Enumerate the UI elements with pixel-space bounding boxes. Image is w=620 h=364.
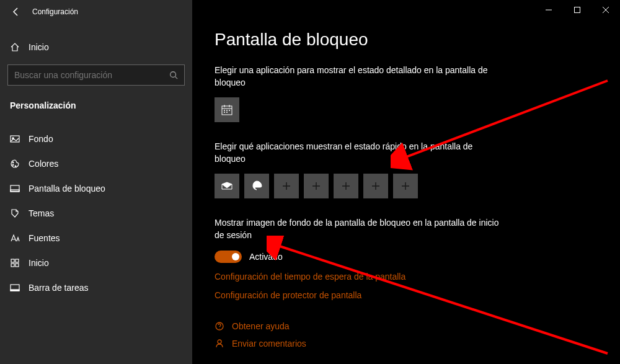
nav-item-fondo[interactable]: Fondo: [0, 127, 192, 151]
back-button[interactable]: [5, 1, 27, 23]
window-controls: [534, 0, 620, 20]
help-get[interactable]: Obtener ayuda: [215, 321, 598, 331]
plus-icon: [311, 181, 321, 191]
quick-app-mail[interactable]: [215, 174, 239, 198]
quick-apps-label: Elegir qué aplicaciones muestran el esta…: [215, 141, 500, 165]
titlebar: Configuración: [0, 0, 192, 24]
link-timeout[interactable]: Configuración del tiempo de espera de la…: [215, 272, 598, 282]
svg-point-4: [12, 164, 14, 166]
content-area: Pantalla de bloqueo Elegir una aplicació…: [192, 0, 620, 364]
help-feedback[interactable]: Enviar comentarios: [215, 339, 598, 348]
quick-app-add-2[interactable]: [304, 174, 329, 198]
nav-list: Fondo Colores Pantalla de bloqueo Temas …: [0, 127, 192, 300]
svg-rect-8: [11, 259, 14, 262]
plus-icon: [371, 181, 381, 191]
toggle-state: Activado: [249, 252, 283, 262]
svg-point-0: [170, 72, 176, 78]
svg-rect-7: [11, 190, 19, 192]
mail-icon: [221, 180, 233, 192]
quick-app-add-5[interactable]: [393, 174, 418, 198]
quick-app-add-4[interactable]: [363, 174, 388, 198]
detailed-app-section: Elegir una aplicación para mostrar el es…: [215, 64, 598, 122]
link-screensaver[interactable]: Configuración de protector de pantalla: [215, 290, 598, 300]
plus-icon: [281, 181, 291, 191]
sidebar: Configuración Inicio Personalización Fon…: [0, 0, 192, 364]
calendar-icon: [221, 104, 233, 116]
svg-point-5: [15, 166, 16, 167]
svg-rect-10: [11, 264, 14, 267]
toggle-section: Mostrar imagen de fondo de la pantalla d…: [215, 217, 598, 300]
search-input[interactable]: [14, 70, 169, 80]
svg-rect-11: [16, 264, 19, 267]
nav-item-temas[interactable]: Temas: [0, 201, 192, 226]
svg-rect-13: [11, 290, 19, 291]
feedback-icon: [215, 339, 224, 348]
themes-icon: [10, 208, 20, 218]
quick-app-add-1[interactable]: [274, 174, 299, 198]
edge-icon: [250, 180, 263, 192]
detailed-app-label: Elegir una aplicación para mostrar el es…: [215, 64, 500, 89]
nav-item-bloqueo[interactable]: Pantalla de bloqueo: [0, 176, 192, 201]
svg-point-17: [218, 340, 221, 344]
detailed-app-tile-calendar[interactable]: [215, 97, 239, 122]
start-icon: [10, 258, 20, 268]
plus-icon: [341, 181, 351, 191]
quick-app-edge[interactable]: [244, 174, 269, 198]
help-icon: [215, 321, 224, 331]
search-icon: [169, 71, 178, 79]
minimize-button[interactable]: [534, 0, 563, 20]
toggle-label: Mostrar imagen de fondo de la pantalla d…: [215, 217, 500, 241]
maximize-button[interactable]: [563, 0, 591, 20]
nav-item-fuentes[interactable]: Fuentes: [0, 226, 192, 251]
nav-item-colores[interactable]: Colores: [0, 151, 192, 176]
svg-rect-9: [16, 259, 19, 262]
close-button[interactable]: [591, 0, 620, 20]
plus-icon: [401, 181, 410, 191]
taskbar-icon: [10, 283, 20, 293]
page-title: Pantalla de bloqueo: [215, 30, 598, 50]
image-icon: [10, 134, 20, 144]
nav-item-inicio[interactable]: Inicio: [0, 251, 192, 275]
home-button[interactable]: Inicio: [0, 36, 192, 58]
section-label: Personalización: [0, 92, 192, 115]
lockscreen-icon: [10, 184, 20, 193]
quick-app-add-3[interactable]: [334, 174, 358, 198]
home-icon: [10, 42, 20, 52]
palette-icon: [10, 159, 20, 169]
signin-bg-toggle[interactable]: [215, 251, 242, 263]
svg-point-3: [12, 162, 14, 163]
search-box[interactable]: [7, 64, 185, 86]
svg-rect-14: [575, 7, 580, 13]
home-label: Inicio: [29, 42, 49, 52]
nav-item-barra[interactable]: Barra de tareas: [0, 275, 192, 300]
window-title: Configuración: [32, 7, 78, 16]
fonts-icon: [10, 233, 20, 243]
quick-apps-section: Elegir qué aplicaciones muestran el esta…: [215, 141, 598, 198]
